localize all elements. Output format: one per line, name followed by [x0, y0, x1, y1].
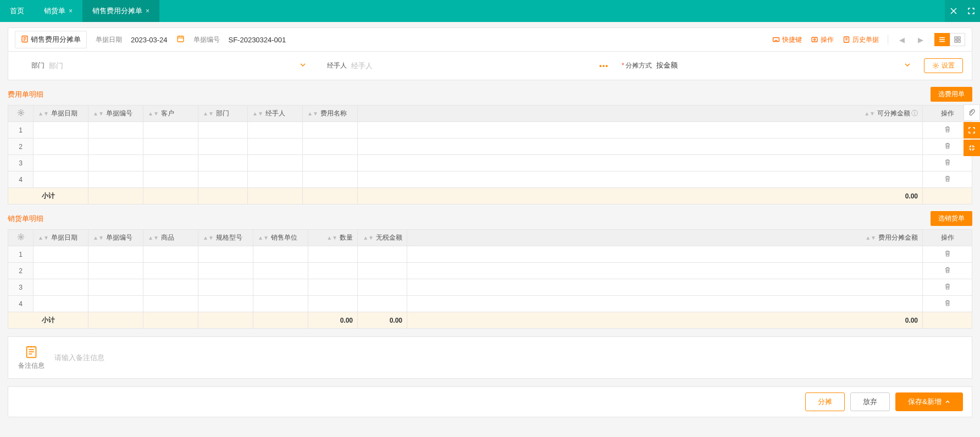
- chevron-down-icon[interactable]: [904, 62, 911, 70]
- delete-row-button[interactable]: [944, 251, 951, 259]
- delete-row-button[interactable]: [944, 268, 951, 275]
- trash-icon: [944, 142, 951, 150]
- table-settings-header[interactable]: [8, 106, 34, 122]
- history-link[interactable]: 历史单据: [843, 35, 879, 45]
- svg-rect-16: [812, 37, 817, 42]
- gear-icon: [17, 233, 25, 241]
- close-icon[interactable]: ×: [69, 7, 73, 15]
- handler-input[interactable]: [351, 59, 599, 72]
- allocate-button[interactable]: 分摊: [805, 392, 845, 411]
- chevron-up-icon: [945, 399, 950, 405]
- delete-row-button[interactable]: [944, 301, 951, 308]
- table-row[interactable]: 2: [8, 139, 972, 155]
- svg-point-17: [814, 39, 816, 41]
- view-list-button[interactable]: [934, 33, 950, 46]
- col-dept[interactable]: ▲▼部门: [198, 106, 248, 122]
- prev-record-button[interactable]: ◀: [897, 36, 907, 44]
- gear-icon: [932, 62, 939, 69]
- remark-input[interactable]: [54, 353, 962, 362]
- col-customer[interactable]: ▲▼客户: [143, 106, 198, 122]
- col-alloc-amount[interactable]: ▲▼可分摊金额ⓘ: [358, 106, 923, 122]
- svg-point-28: [935, 65, 937, 67]
- trash-icon: [944, 266, 951, 274]
- delete-row-button[interactable]: [944, 160, 951, 168]
- window-fullscreen-button[interactable]: [962, 0, 980, 22]
- trash-icon: [944, 175, 951, 182]
- table-row[interactable]: 4: [8, 172, 972, 188]
- col-handler[interactable]: ▲▼经手人: [248, 106, 303, 122]
- svg-point-29: [20, 112, 22, 114]
- alloc-method-label: *分摊方式: [622, 61, 652, 70]
- expense-section-title: 费用单明细: [8, 90, 43, 99]
- top-tabs-bar: 首页 销货单× 销售费用分摊单×: [0, 0, 980, 22]
- delete-row-button[interactable]: [944, 284, 951, 292]
- table-row[interactable]: 3: [8, 155, 972, 172]
- col-unit[interactable]: ▲▼销售单位: [253, 230, 308, 246]
- select-expense-button[interactable]: 选费用单: [931, 87, 972, 102]
- save-new-button[interactable]: 保存&新增: [895, 392, 963, 411]
- tab-home[interactable]: 首页: [0, 0, 34, 22]
- table-row[interactable]: 3: [8, 279, 972, 296]
- table-row[interactable]: 1: [8, 122, 972, 139]
- svg-point-30: [20, 236, 22, 238]
- chevron-down-icon[interactable]: [300, 62, 306, 70]
- number-value: SF-20230324-001: [229, 36, 286, 44]
- col-spec[interactable]: ▲▼规格型号: [198, 230, 253, 246]
- trash-icon: [944, 125, 951, 133]
- col-number[interactable]: ▲▼单据编号: [88, 230, 143, 246]
- delete-row-button[interactable]: [944, 143, 951, 151]
- delete-row-button[interactable]: [944, 176, 951, 184]
- select-sale-button[interactable]: 选销货单: [931, 211, 972, 226]
- col-alloc-amount[interactable]: ▲▼费用分摊金额: [407, 230, 923, 246]
- operate-link[interactable]: 操作: [811, 35, 834, 45]
- form-row: 部门 经手人 ••• *分摊方式 按金额: [8, 52, 972, 80]
- expand-icon: [967, 126, 976, 135]
- table-row[interactable]: 4: [8, 296, 972, 312]
- document-type-tab[interactable]: 销售费用分摊单: [15, 31, 87, 48]
- more-icon[interactable]: •••: [599, 62, 608, 70]
- operate-icon: [811, 36, 818, 43]
- settings-button[interactable]: 设置: [924, 58, 963, 73]
- table-row[interactable]: 1: [8, 246, 972, 263]
- col-product[interactable]: ▲▼商品: [143, 230, 198, 246]
- document-header: 销售费用分摊单 单据日期 2023-03-24 单据编号 SF-20230324…: [8, 27, 972, 52]
- collapse-button[interactable]: [964, 140, 980, 156]
- delete-row-button[interactable]: [944, 127, 951, 135]
- discard-button[interactable]: 放弃: [850, 392, 890, 411]
- svg-rect-25: [958, 37, 960, 39]
- col-date[interactable]: ▲▼单据日期: [34, 230, 88, 246]
- col-expense-name[interactable]: ▲▼费用名称: [303, 106, 358, 122]
- sale-section-title: 销货单明细: [8, 214, 43, 224]
- document-type-label: 销售费用分摊单: [31, 35, 81, 45]
- alloc-method-select[interactable]: 按金额: [656, 58, 904, 73]
- dept-input[interactable]: [49, 59, 300, 72]
- window-close-button[interactable]: [945, 0, 962, 22]
- attachment-button[interactable]: [964, 104, 980, 121]
- col-date[interactable]: ▲▼单据日期: [34, 106, 88, 122]
- shortcut-link[interactable]: 快捷键: [772, 35, 802, 45]
- svg-rect-26: [955, 40, 957, 42]
- sale-table: ▲▼单据日期 ▲▼单据编号 ▲▼商品 ▲▼规格型号 ▲▼销售单位 ▲▼数量 ▲▼…: [8, 229, 972, 329]
- keyboard-icon: [772, 36, 780, 43]
- dept-label: 部门: [17, 61, 45, 70]
- calendar-icon[interactable]: [176, 35, 185, 45]
- help-icon[interactable]: ⓘ: [911, 109, 918, 117]
- col-action: 操作: [923, 230, 972, 246]
- col-qty[interactable]: ▲▼数量: [308, 230, 358, 246]
- tab-sales-order[interactable]: 销货单×: [34, 0, 82, 22]
- col-amount[interactable]: ▲▼无税金额: [358, 230, 407, 246]
- footer-bar: 分摊 放弃 保存&新增: [8, 386, 972, 417]
- tab-expense-allocation[interactable]: 销售费用分摊单×: [82, 0, 159, 22]
- view-card-button[interactable]: [950, 33, 965, 46]
- table-row[interactable]: 2: [8, 263, 972, 279]
- expense-subtotal-row: 小计 0.00: [8, 188, 972, 204]
- trash-icon: [944, 158, 951, 166]
- gear-icon: [17, 109, 25, 117]
- date-value[interactable]: 2023-03-24: [131, 36, 168, 44]
- col-number[interactable]: ▲▼单据编号: [88, 106, 143, 122]
- next-record-button[interactable]: ▶: [916, 36, 926, 44]
- svg-rect-27: [958, 40, 960, 42]
- table-settings-header[interactable]: [8, 230, 34, 246]
- expand-button[interactable]: [964, 122, 980, 139]
- close-icon[interactable]: ×: [146, 7, 150, 15]
